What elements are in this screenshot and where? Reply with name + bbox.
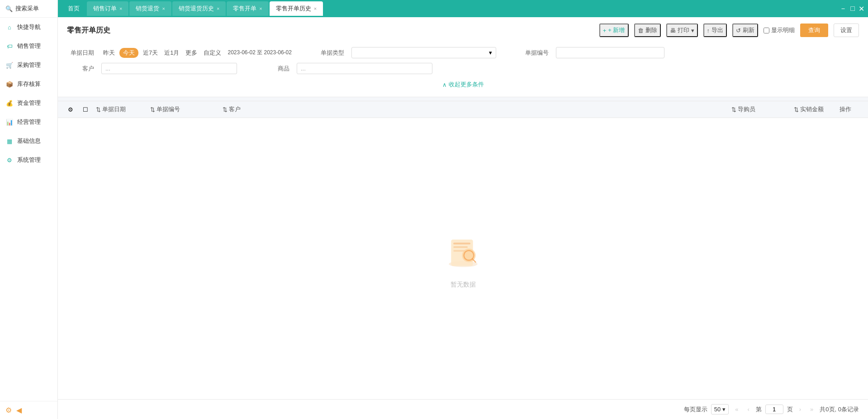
- order-no-input[interactable]: [556, 47, 664, 58]
- first-page-btn[interactable]: «: [732, 405, 741, 414]
- tab-retail-open-history[interactable]: 零售开单历史 ×: [270, 1, 323, 16]
- sidebar-item-label: 基础信息: [17, 137, 41, 145]
- delete-button[interactable]: 🗑 删除: [634, 24, 661, 37]
- sidebar-item-quick-nav[interactable]: ⌂ 快捷导航: [0, 18, 57, 37]
- per-page-select[interactable]: 50 ▾: [711, 404, 729, 414]
- svg-rect-3: [453, 246, 468, 248]
- refresh-label: 刷新: [743, 26, 754, 34]
- tab-sales-return[interactable]: 销货退货 ×: [129, 1, 171, 16]
- minimize-btn[interactable]: －: [840, 4, 847, 14]
- print-icon: 🖶: [670, 27, 676, 34]
- svg-rect-2: [453, 243, 470, 245]
- th-checkbox[interactable]: ☐: [79, 106, 92, 113]
- tag-icon: 🏷: [5, 42, 14, 50]
- order-type-select[interactable]: ▾: [351, 47, 496, 58]
- per-page-label: 每页显示: [684, 405, 707, 414]
- date-opt-yesterday[interactable]: 昨天: [101, 48, 117, 58]
- tab-sales-order[interactable]: 销售订单 ×: [87, 1, 128, 16]
- th-client[interactable]: ⇅ 客户: [219, 105, 728, 113]
- page-input[interactable]: 1: [765, 405, 783, 414]
- per-page-chevron: ▾: [722, 406, 726, 413]
- sidebar-item-basic-info[interactable]: ▦ 基础信息: [0, 132, 57, 151]
- th-no-label: 单据编号: [157, 105, 180, 113]
- tab-retail-open-label: 零售开单: [233, 5, 256, 13]
- sidebar-item-label: 销售管理: [17, 42, 41, 50]
- sidebar-item-label: 经营管理: [17, 118, 41, 126]
- close-btn[interactable]: ✕: [859, 5, 864, 13]
- sidebar: 🔍 搜索采单 ⌂ 快捷导航 🏷 销售管理 🛒 采购管理 📦 库存核算 💰 资金管…: [0, 0, 58, 419]
- print-label: 打印: [678, 26, 689, 34]
- sort-icon-guide: ⇅: [731, 106, 736, 113]
- tab-home[interactable]: 首页: [62, 1, 86, 16]
- sort-icon-no: ⇅: [150, 106, 155, 113]
- date-opt-7days[interactable]: 近7天: [141, 48, 160, 58]
- tab-sales-return-close[interactable]: ×: [162, 6, 165, 11]
- date-opt-today[interactable]: 今天: [119, 48, 138, 58]
- sidebar-collapse-icon[interactable]: ◀: [16, 406, 22, 414]
- date-opt-more[interactable]: 更多: [184, 48, 199, 58]
- th-date-label: 单据日期: [102, 105, 126, 113]
- collapse-icon: ∧: [442, 81, 447, 88]
- query-button[interactable]: 查询: [800, 24, 828, 37]
- next-page-btn[interactable]: ›: [797, 405, 804, 414]
- sidebar-item-sales-mgmt[interactable]: 🏷 销售管理: [0, 37, 57, 56]
- page-header: 零售开单历史 + + 新增 🗑 删除 🖶 打印 ▾: [58, 17, 868, 97]
- header-checkbox-icon[interactable]: ☐: [83, 106, 88, 113]
- prev-page-btn[interactable]: ‹: [745, 405, 752, 414]
- page-title: 零售开单历史: [67, 26, 110, 35]
- date-opt-1month[interactable]: 近1月: [162, 48, 181, 58]
- gear-icon[interactable]: ⚙: [5, 406, 12, 414]
- th-settings[interactable]: ⚙: [62, 106, 79, 113]
- main-area: 首页 销售订单 × 销货退货 × 销货退货历史 × 零售开单 × 零售开单历史 …: [58, 0, 868, 419]
- add-label: + 新增: [608, 26, 625, 34]
- tab-retail-open-close[interactable]: ×: [259, 6, 262, 11]
- th-guide[interactable]: ⇅ 导购员: [728, 105, 773, 113]
- delete-label: 删除: [645, 26, 657, 34]
- tab-retail-open[interactable]: 零售开单 ×: [227, 1, 268, 16]
- sidebar-item-label: 库存核算: [17, 80, 41, 88]
- tab-sales-return-history-close[interactable]: ×: [217, 6, 219, 11]
- settings-button[interactable]: 设置: [834, 24, 859, 37]
- th-amount[interactable]: ⇅ 实销金额: [773, 105, 827, 113]
- sidebar-item-sys-mgmt[interactable]: ⚙ 系统管理: [0, 151, 57, 169]
- customer-label: 客户: [67, 65, 94, 73]
- sidebar-item-finance[interactable]: 💰 资金管理: [0, 94, 57, 113]
- sidebar-item-operations[interactable]: 📊 经营管理: [0, 113, 57, 132]
- print-button[interactable]: 🖶 打印 ▾: [666, 24, 698, 37]
- date-options: 昨天 今天 近7天 近1月 更多 自定义 2023-06-02 至 2023-0…: [101, 48, 292, 58]
- search-icon: 🔍: [5, 5, 13, 12]
- empty-text: 暂无数据: [451, 281, 476, 289]
- filter-row-1: 单据日期 昨天 今天 近7天 近1月 更多 自定义 2023-06-02 至 2…: [67, 47, 859, 58]
- page-label: 页: [787, 405, 793, 414]
- display-detail-checkbox[interactable]: 显示明细: [764, 26, 795, 34]
- finance-icon: 💰: [5, 99, 14, 107]
- date-opt-custom[interactable]: 自定义: [202, 48, 223, 58]
- customer-input[interactable]: ...: [101, 63, 237, 74]
- th-client-label: 客户: [229, 105, 241, 113]
- sidebar-item-label: 系统管理: [17, 156, 41, 164]
- export-button[interactable]: ↑ 导出: [703, 24, 727, 37]
- refresh-button[interactable]: ↺ 刷新: [732, 24, 758, 37]
- tab-sales-return-label: 销货退货: [136, 5, 159, 13]
- th-amount-label: 实销金额: [800, 105, 824, 113]
- collapse-more-btn[interactable]: ∧ 收起更多条件: [67, 79, 859, 92]
- th-date[interactable]: ⇅ 单据日期: [92, 105, 147, 113]
- page-word: 第: [756, 405, 762, 414]
- sidebar-search[interactable]: 🔍 搜索采单: [0, 0, 57, 18]
- last-page-btn[interactable]: »: [807, 405, 816, 414]
- tab-sales-return-history[interactable]: 销货退货历史 ×: [172, 1, 226, 16]
- display-detail-input[interactable]: [764, 28, 769, 33]
- settings-cog-icon[interactable]: ⚙: [68, 106, 73, 113]
- maximize-btn[interactable]: □: [850, 5, 855, 13]
- product-input[interactable]: ...: [297, 63, 432, 74]
- tab-sales-order-close[interactable]: ×: [119, 6, 122, 11]
- tab-retail-open-history-close[interactable]: ×: [314, 6, 317, 11]
- page-total: 共0页, 0条记录: [820, 405, 859, 414]
- sidebar-item-purchase-mgmt[interactable]: 🛒 采购管理: [0, 56, 57, 75]
- add-button[interactable]: + + 新增: [599, 24, 629, 37]
- sidebar-item-inventory[interactable]: 📦 库存核算: [0, 75, 57, 94]
- th-no[interactable]: ⇅ 单据编号: [147, 105, 219, 113]
- tab-retail-open-history-label: 零售开单历史: [276, 5, 311, 13]
- chart-icon: 📊: [5, 118, 14, 126]
- sidebar-nav: ⌂ 快捷导航 🏷 销售管理 🛒 采购管理 📦 库存核算 💰 资金管理 📊 经营管…: [0, 18, 57, 401]
